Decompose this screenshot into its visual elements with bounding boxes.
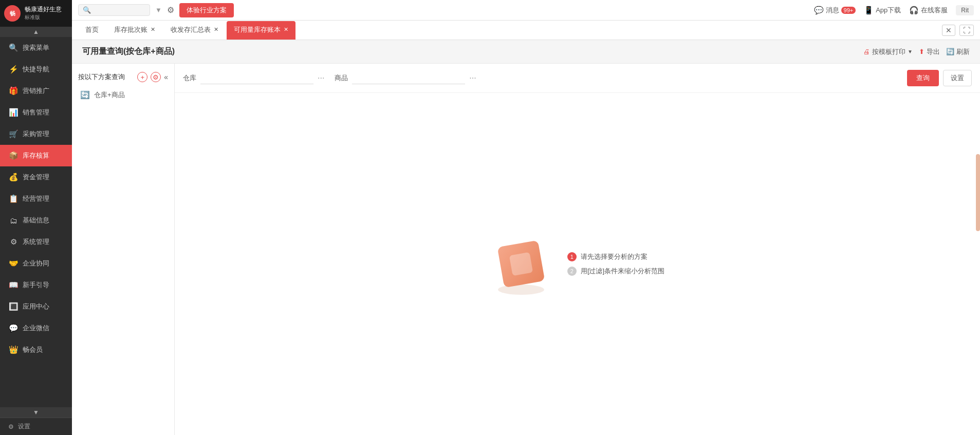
tab-batch-account-label: 库存批次账	[114, 25, 147, 34]
warehouse-more-btn[interactable]: ···	[318, 73, 324, 83]
query-actions: 查询 设置	[907, 70, 972, 86]
chart-icon: 📊	[8, 108, 19, 117]
warehouse-label: 仓库	[183, 73, 196, 83]
print-template-btn[interactable]: 🖨 按模板打印 ▼	[863, 47, 913, 56]
sidebar-item-basic-info[interactable]: 🗂 基础信息	[0, 210, 72, 231]
tab-home[interactable]: 首页	[78, 21, 106, 40]
page-header-actions: 🖨 按模板打印 ▼ ⬆ 导出 🔄 刷新	[863, 47, 970, 56]
filter-item-label: 仓库+商品	[94, 90, 125, 100]
phone-icon: 📱	[864, 6, 874, 15]
sidebar-item-newbie[interactable]: 📖 新手引导	[0, 274, 72, 296]
sidebar-item-system[interactable]: ⚙ 系统管理	[0, 231, 72, 253]
refresh-label: 刷新	[956, 47, 970, 56]
tab-batch-account-close[interactable]: ✕	[151, 27, 155, 32]
query-settings-btn[interactable]: 设置	[943, 70, 972, 86]
message-btn[interactable]: 💬 消息 99+	[814, 6, 856, 15]
trial-industry-btn[interactable]: 体验行业方案	[179, 3, 234, 17]
headset-icon: 🎧	[909, 6, 919, 15]
refresh-icon: 🔄	[946, 48, 954, 55]
empty-illustration	[490, 233, 552, 295]
filter-add-btn[interactable]: +	[137, 72, 147, 82]
sidebar-item-marketing[interactable]: 🎁 营销推广	[0, 80, 72, 102]
sidebar-item-shortcut[interactable]: ⚡ 快捷导航	[0, 59, 72, 80]
sidebar-logo: 畅	[4, 5, 21, 22]
sidebar-footer-label: 设置	[18, 422, 30, 431]
refresh-btn[interactable]: 🔄 刷新	[946, 47, 970, 56]
hint-num-1: 1	[567, 252, 577, 261]
sidebar-item-sales[interactable]: 📊 销售管理	[0, 102, 72, 123]
tab-available-qty-close[interactable]: ✕	[284, 27, 288, 32]
online-service-btn[interactable]: 🎧 在线客服	[909, 6, 948, 15]
page-title: 可用量查询(按仓库+商品)	[82, 46, 175, 57]
sidebar-item-operations[interactable]: 📋 经营管理	[0, 188, 72, 210]
filter-header: 按以下方案查询 + ⚙ «	[72, 70, 174, 86]
page-header: 可用量查询(按仓库+商品) 🖨 按模板打印 ▼ ⬆ 导出 🔄 刷新	[72, 40, 980, 64]
empty-box	[497, 240, 545, 288]
sidebar-item-member[interactable]: 👑 畅会员	[0, 339, 72, 361]
sidebar-item-inventory[interactable]: 📦 库存核算	[0, 145, 72, 166]
empty-hint-1: 1 请先选择要分析的方案	[567, 252, 664, 261]
tab-collection-summary[interactable]: 收发存汇总表 ✕	[163, 21, 226, 40]
tab-available-qty[interactable]: 可用量库存账本 ✕	[227, 21, 295, 40]
filter-item-warehouse-product[interactable]: 🔄 仓库+商品	[72, 86, 174, 104]
empty-state-content: 1 请先选择要分析的方案 2 用[过滤]条件来缩小分析范围	[490, 233, 664, 295]
sidebar-scroll-down[interactable]: ▼	[0, 407, 72, 418]
filter-gear-btn[interactable]: ⚙	[151, 72, 161, 82]
sidebar-item-enterprise-wechat[interactable]: 💬 企业微信	[0, 317, 72, 339]
search-icon: 🔍	[8, 43, 19, 52]
right-scrollbar[interactable]	[976, 154, 980, 231]
sidebar-footer[interactable]: ⚙ 设置	[0, 418, 72, 435]
warehouse-input[interactable]	[200, 72, 313, 84]
filter-collapse-btn[interactable]: «	[164, 73, 168, 81]
content-area: 按以下方案查询 + ⚙ « 🔄 仓库+商品 仓库 ···	[72, 64, 980, 435]
query-btn[interactable]: 查询	[907, 70, 939, 86]
book-icon: 📖	[8, 280, 19, 290]
tab-collection-summary-close[interactable]: ✕	[214, 27, 218, 32]
hint-num-2: 2	[567, 267, 577, 276]
main-area: 🔍 ▼ ⚙ 体验行业方案 💬 消息 99+ 📱 App下载 🎧 在线客服 Rit	[72, 0, 980, 435]
product-more-btn[interactable]: ···	[469, 73, 476, 83]
empty-state: 1 请先选择要分析的方案 2 用[过滤]条件来缩小分析范围	[175, 93, 980, 435]
tab-maximize-btn[interactable]: ⛶	[959, 25, 974, 36]
sidebar-item-search[interactable]: 🔍 搜索菜单	[0, 37, 72, 59]
export-btn[interactable]: ⬆ 导出	[919, 47, 940, 56]
box-icon: 📦	[8, 151, 19, 160]
topbar-gear-icon[interactable]: ⚙	[167, 5, 174, 15]
tab-home-label: 首页	[85, 25, 99, 34]
app-download-label: App下载	[876, 6, 901, 15]
topbar-dropdown-arrow[interactable]: ▼	[155, 6, 162, 14]
sidebar-nav: 🔍 搜索菜单 ⚡ 快捷导航 🎁 营销推广 📊 销售管理 🛒 采购管理 📦 库存核…	[0, 37, 72, 407]
sidebar-scroll-up[interactable]: ▲	[0, 27, 72, 37]
sidebar: 畅 畅康通好生意 标准版 ▲ 🔍 搜索菜单 ⚡ 快捷导航 🎁 营销推广 📊 销售…	[0, 0, 72, 435]
sidebar-item-finance[interactable]: 💰 资金管理	[0, 166, 72, 188]
message-badge: 99+	[841, 7, 856, 14]
right-content: 仓库 ··· 商品 ··· 查询 设置	[175, 64, 980, 435]
sidebar-title: 畅康通好生意	[25, 6, 62, 14]
export-label: 导出	[927, 47, 940, 56]
sidebar-header: 畅 畅康通好生意 标准版	[0, 0, 72, 27]
tab-close-btn[interactable]: ✕	[942, 25, 955, 36]
crown-icon: 👑	[8, 345, 19, 354]
product-label: 商品	[335, 73, 348, 83]
topbar-search-box: 🔍	[78, 4, 150, 16]
product-input[interactable]	[352, 72, 465, 84]
sidebar-item-purchase[interactable]: 🛒 采购管理	[0, 123, 72, 145]
gift-icon: 🎁	[8, 86, 19, 96]
sidebar-tag: 标准版	[25, 14, 62, 21]
query-bar: 仓库 ··· 商品 ··· 查询 设置	[175, 64, 980, 93]
tab-batch-account[interactable]: 库存批次账 ✕	[107, 21, 162, 40]
print-dropdown-icon[interactable]: ▼	[908, 49, 913, 54]
topbar-search-input[interactable]	[93, 7, 144, 14]
print-template-label: 按模板打印	[872, 47, 905, 56]
cart-icon: 🛒	[8, 129, 19, 139]
hint-text-1: 请先选择要分析的方案	[581, 252, 648, 261]
handshake-icon: 🤝	[8, 259, 19, 268]
money-icon: 💰	[8, 173, 19, 182]
sidebar-item-app-center[interactable]: 🔳 应用中心	[0, 296, 72, 317]
empty-hints: 1 请先选择要分析的方案 2 用[过滤]条件来缩小分析范围	[567, 252, 664, 276]
empty-hint-2: 2 用[过滤]条件来缩小分析范围	[567, 267, 664, 276]
user-avatar[interactable]: Rit	[956, 5, 974, 15]
app-download-btn[interactable]: 📱 App下载	[864, 6, 901, 15]
sidebar-item-enterprise[interactable]: 🤝 企业协同	[0, 253, 72, 274]
settings-icon: ⚙	[8, 423, 14, 430]
